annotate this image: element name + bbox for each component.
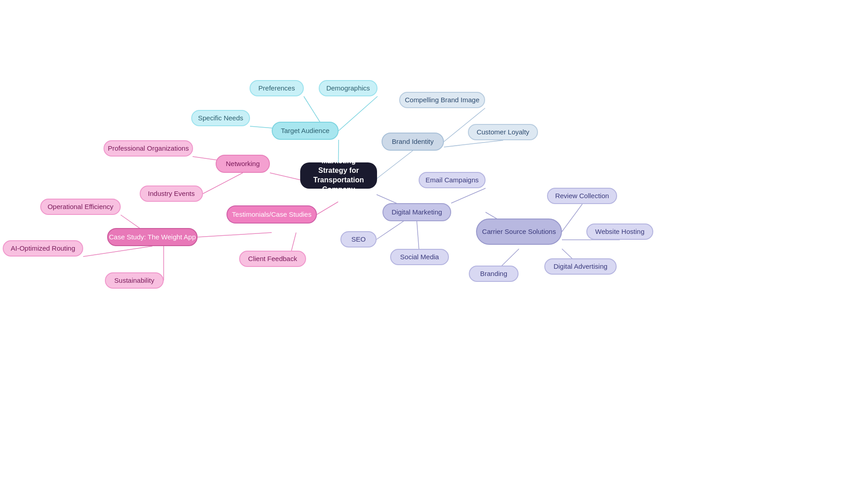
svg-line-18: [203, 173, 243, 194]
branding-node[interactable]: Branding: [469, 266, 519, 282]
svg-line-19: [317, 202, 338, 214]
brand-identity-node[interactable]: Brand Identity: [382, 133, 444, 151]
customer-loyalty-node[interactable]: Customer Loyalty: [468, 124, 538, 140]
preferences-node[interactable]: Preferences: [250, 80, 304, 96]
demographics-node[interactable]: Demographics: [319, 80, 377, 96]
svg-line-23: [83, 246, 152, 257]
website-hosting-node[interactable]: Website Hosting: [586, 224, 653, 240]
compelling-brand-node[interactable]: Compelling Brand Image: [399, 92, 485, 108]
review-collection-node[interactable]: Review Collection: [547, 188, 617, 204]
networking-node[interactable]: Networking: [216, 155, 270, 173]
svg-line-12: [562, 204, 582, 232]
social-media-node[interactable]: Social Media: [390, 249, 449, 265]
testimonials-node[interactable]: Testimonials/Case Studies: [226, 205, 317, 224]
sustainability-node[interactable]: Sustainability: [105, 272, 164, 289]
operational-efficiency-node[interactable]: Operational Efficiency: [40, 199, 121, 215]
professional-orgs-node[interactable]: Professional Organizations: [104, 140, 193, 157]
case-study-node[interactable]: Case Study: The Weight App: [107, 228, 198, 246]
target-audience-node[interactable]: Target Audience: [272, 122, 339, 140]
svg-line-8: [451, 188, 486, 203]
svg-line-2: [339, 96, 377, 131]
svg-line-21: [198, 233, 272, 237]
digital-marketing-node[interactable]: Digital Marketing: [382, 203, 451, 221]
center-node[interactable]: Marketing Strategy for Transportation Co…: [300, 162, 377, 189]
seo-node[interactable]: SEO: [340, 231, 377, 247]
svg-line-4: [377, 151, 413, 179]
digital-advertising-node[interactable]: Digital Advertising: [544, 258, 617, 275]
ai-routing-node[interactable]: AI-Optimized Routing: [3, 240, 83, 257]
carrier-source-node[interactable]: Carrier Source Solutions: [476, 219, 562, 245]
industry-events-node[interactable]: Industry Events: [140, 186, 203, 202]
specific-needs-node[interactable]: Specific Needs: [191, 110, 250, 126]
svg-line-6: [444, 140, 503, 147]
client-feedback-node[interactable]: Client Feedback: [239, 251, 306, 267]
mindmap-canvas: Marketing Strategy for Transportation Co…: [0, 0, 868, 490]
email-campaigns-node[interactable]: Email Campaigns: [419, 172, 486, 188]
